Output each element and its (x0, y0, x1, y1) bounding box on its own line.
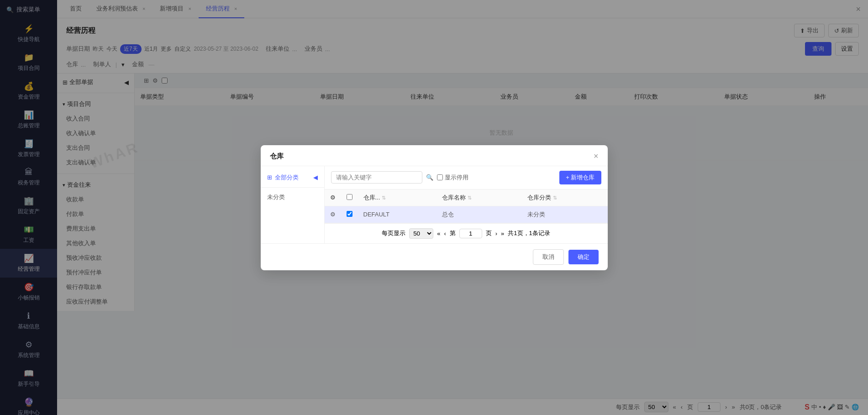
modal-category-item-label: 未分类 (267, 194, 285, 200)
row-code: DEFAULT (358, 206, 437, 223)
modal-category-label: 全部分类 (275, 173, 299, 182)
col-settings-icon[interactable]: ⚙ (330, 194, 336, 201)
modal-search-input[interactable] (331, 171, 422, 184)
modal-footer-actions: 取消 确定 (261, 243, 608, 270)
cancel-button[interactable]: 取消 (533, 249, 564, 265)
modal-search-wrap: 🔍 显示停用 (331, 171, 468, 184)
modal-per-page-label: 每页显示 (382, 229, 405, 237)
modal-title: 仓库 (270, 152, 284, 161)
modal-col-code: 仓库... ⇅ (358, 189, 437, 206)
modal-table-wrap: ⚙ 仓库... ⇅ 仓库名称 ⇅ (325, 189, 608, 223)
show-disabled-label[interactable]: 显示停用 (437, 173, 468, 182)
modal-page-prev-btn[interactable]: ‹ (444, 230, 446, 237)
modal-col-settings: ⚙ (325, 189, 341, 206)
modal-page-next-btn[interactable]: › (495, 230, 497, 237)
confirm-button[interactable]: 确定 (568, 250, 599, 264)
modal-page-input[interactable] (459, 229, 482, 238)
modal-category-unclassified[interactable]: 未分类 (261, 189, 324, 205)
row-category: 未分类 (522, 206, 607, 223)
modal-col-category-label: 仓库分类 (527, 194, 551, 201)
row-name: 总仓 (437, 206, 522, 223)
modal-header: 仓库 × (261, 145, 608, 166)
modal-toolbar: 🔍 显示停用 + 新增仓库 (325, 166, 608, 189)
modal-col-checkbox (341, 189, 358, 206)
row-settings[interactable]: ⚙ (325, 206, 341, 223)
grid-icon-modal: ⊞ (267, 174, 272, 181)
modal-select-all-checkbox[interactable] (347, 194, 352, 200)
modal-col-name: 仓库名称 ⇅ (437, 189, 522, 206)
row-check[interactable] (347, 211, 352, 217)
modal-page-last-btn[interactable]: » (501, 230, 504, 237)
collapse-modal-icon[interactable]: ◀ (313, 174, 318, 181)
modal-col-code-label: 仓库... (363, 194, 380, 201)
modal-col-name-label: 仓库名称 (442, 194, 466, 201)
add-warehouse-label: + 新增仓库 (566, 173, 594, 182)
modal-pagination: 每页显示 501020100 « ‹ 第 页 › » 共1页，1条记录 (325, 223, 608, 243)
sort-icon-name[interactable]: ⇅ (468, 195, 472, 200)
row-checkbox[interactable] (341, 206, 358, 223)
modal-body: ⊞ 全部分类 ◀ 未分类 🔍 显示停用 (261, 166, 608, 243)
modal-page-label: 第 (450, 229, 456, 237)
sort-icon-category[interactable]: ⇅ (553, 195, 557, 200)
modal-table: ⚙ 仓库... ⇅ 仓库名称 ⇅ (325, 189, 608, 223)
show-disabled-text: 显示停用 (445, 173, 468, 182)
modal-page-first-btn[interactable]: « (437, 230, 440, 237)
add-warehouse-button[interactable]: + 新增仓库 (559, 171, 601, 184)
show-disabled-checkbox[interactable] (437, 174, 443, 180)
warehouse-modal: 仓库 × ⊞ 全部分类 ◀ 未分类 🔍 (261, 145, 608, 270)
modal-search-icon[interactable]: 🔍 (426, 174, 433, 181)
modal-right: 🔍 显示停用 + 新增仓库 ⚙ (325, 166, 608, 243)
modal-page-suffix: 页 (486, 229, 492, 237)
modal-left-panel: ⊞ 全部分类 ◀ 未分类 (261, 166, 325, 243)
sort-icon-code[interactable]: ⇅ (382, 195, 386, 200)
row-settings-icon[interactable]: ⚙ (330, 211, 336, 218)
modal-all-category[interactable]: ⊞ 全部分类 ◀ (261, 170, 324, 185)
modal-per-page-select[interactable]: 501020100 (409, 228, 433, 239)
modal-col-category: 仓库分类 ⇅ (522, 189, 607, 206)
modal-close-icon[interactable]: × (594, 152, 599, 161)
modal-table-row[interactable]: ⚙ DEFAULT 总仓 未分类 (325, 206, 608, 223)
modal-total-info: 共1页，1条记录 (508, 229, 550, 237)
